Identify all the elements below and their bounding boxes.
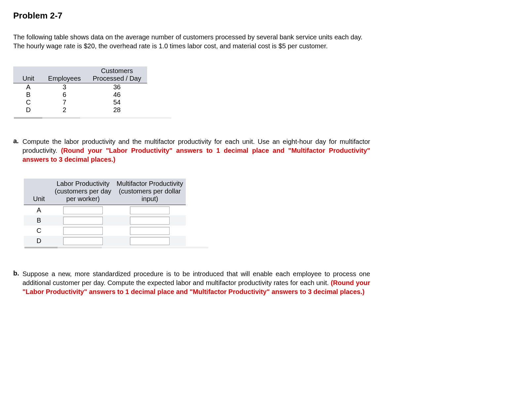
cell-employees: 2: [42, 106, 87, 114]
question-text: Compute the labor productivity and the m…: [22, 137, 370, 164]
table-row: C: [24, 226, 186, 236]
multi-prod-input-a[interactable]: [130, 206, 170, 214]
table-row: D 2 28: [13, 106, 147, 114]
cell-employees: 6: [42, 91, 87, 99]
cell-unit: C: [24, 226, 52, 236]
labor-prod-input-c[interactable]: [63, 227, 103, 235]
cell-customers: 46: [87, 91, 147, 99]
cell-customers: 54: [87, 99, 147, 106]
th-multi-prod: Multifactor Productivity (customers per …: [114, 179, 186, 205]
question-text: Suppose a new, more standardized procedu…: [22, 270, 370, 296]
cell-employees: 3: [42, 83, 87, 91]
table-row: B 6 46: [13, 91, 147, 99]
question-label: a.: [13, 137, 22, 164]
cell-unit: A: [24, 205, 52, 216]
th-employees: Employees: [42, 66, 87, 83]
question-label: b.: [13, 270, 22, 296]
labor-prod-input-d[interactable]: [63, 237, 103, 245]
labor-prod-input-a[interactable]: [63, 206, 103, 214]
cell-customers: 36: [87, 83, 147, 91]
table-row: A 3 36: [13, 83, 147, 91]
cell-unit: B: [13, 91, 42, 99]
th-unit: Unit: [13, 66, 42, 83]
data-table: Unit Employees CustomersProcessed / Day …: [13, 66, 147, 114]
multi-prod-input-c[interactable]: [130, 227, 170, 235]
cell-customers: 28: [87, 106, 147, 114]
cell-unit: B: [24, 215, 52, 226]
cell-employees: 7: [42, 99, 87, 106]
problem-title: Problem 2-7: [13, 11, 494, 21]
table-row: D: [24, 236, 186, 246]
th-unit: Unit: [24, 179, 52, 205]
labor-prod-input-b[interactable]: [63, 217, 103, 225]
answer-table: Unit Labor Productivity (customers per d…: [24, 179, 186, 246]
question-b: b. Suppose a new, more standardized proc…: [13, 270, 370, 296]
table-row: B: [24, 215, 186, 226]
table-row: A: [24, 205, 186, 216]
intro-text: The following table shows data on the av…: [13, 33, 370, 51]
th-customers: CustomersProcessed / Day: [87, 66, 147, 83]
cell-unit: D: [13, 106, 42, 114]
cell-unit: D: [24, 236, 52, 246]
question-a: a. Compute the labor productivity and th…: [13, 137, 370, 164]
th-labor-prod: Labor Productivity (customers per day pe…: [52, 179, 114, 205]
divider: [14, 117, 171, 119]
cell-unit: A: [13, 83, 42, 91]
multi-prod-input-d[interactable]: [130, 237, 170, 245]
multi-prod-input-b[interactable]: [130, 217, 170, 225]
cell-unit: C: [13, 99, 42, 106]
table-row: C 7 54: [13, 99, 147, 106]
rounding-instruction: (Round your "Labor Productivity" answers…: [22, 147, 370, 163]
divider: [24, 247, 208, 248]
